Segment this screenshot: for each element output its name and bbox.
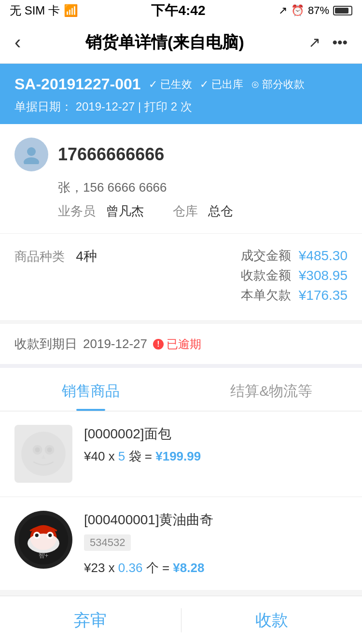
product-name-2: [000400001]黄油曲奇: [84, 511, 348, 529]
warehouse-label: 仓库: [173, 204, 198, 218]
order-date-row: 单据日期： 2019-12-27 | 打印 2 次: [14, 99, 348, 114]
customer-card: 17666666666 张，156 6666 6666 业务员 曾凡杰 仓库 总…: [0, 124, 362, 234]
received-value: ¥308.95: [299, 268, 348, 283]
customer-meta: 业务员 曾凡杰 仓库 总仓: [14, 203, 348, 220]
product-price-1: ¥40 x 5 袋 = ¥199.99: [84, 448, 348, 465]
customer-sub-info: 张，156 6666 6666: [14, 179, 348, 196]
table-row: 智+ [000400001]黄油曲奇 534532 ¥23 x 0.36 个 =…: [0, 497, 362, 590]
overdue-icon: !: [153, 339, 164, 350]
amount-value: ¥485.30: [299, 248, 348, 264]
svg-point-1: [24, 157, 39, 164]
location-icon: ↗: [278, 4, 287, 17]
product-price-2: ¥23 x 0.36 个 = ¥8.28: [84, 560, 348, 576]
svg-text:智+: 智+: [39, 552, 49, 559]
nav-actions: ↗ •••: [308, 34, 348, 51]
sales-label: 业务员: [58, 204, 96, 218]
svg-point-14: [48, 533, 52, 537]
customer-phone: 17666666666: [58, 144, 164, 165]
cancel-button[interactable]: 弃审: [0, 600, 181, 641]
received-label: 收款金额: [241, 267, 291, 284]
summary-card: 商品种类 4种 成交金额 ¥485.30 收款金额 ¥308.95 本单欠款 ¥…: [0, 234, 362, 324]
order-header: SA-20191227-001 ✓ 已生效 ✓ 已出库 ⊙ 部分收款 单据日期：…: [0, 64, 362, 124]
more-icon[interactable]: •••: [332, 34, 348, 51]
product-list: [0000002]面包 ¥40 x 5 袋 = ¥199.99: [0, 411, 362, 590]
product-sku-2: 534532: [84, 534, 131, 551]
debt-label: 本单欠款: [241, 287, 291, 304]
warehouse-value: 总仓: [208, 204, 233, 218]
product-qty-2: 0.36: [118, 560, 143, 575]
alarm-icon: ⏰: [291, 4, 304, 17]
product-multiply-2: x: [109, 560, 118, 575]
product-qty-1: 5: [118, 449, 125, 463]
wifi-icon: 📶: [64, 4, 78, 17]
status-right: ↗ ⏰ 87%: [278, 4, 352, 17]
due-date-label: 收款到期日: [14, 336, 77, 352]
carrier-label: 无 SIM 卡: [10, 3, 60, 18]
page-title: 销货单详情(来自电脑): [85, 31, 244, 54]
back-button[interactable]: ‹: [14, 31, 21, 53]
product-name-1: [0000002]面包: [84, 425, 348, 443]
product-multiply-1: x: [109, 449, 118, 463]
svg-point-0: [27, 147, 36, 156]
overdue-text: 已逾期: [167, 336, 201, 352]
bottom-bar: 弃审 收款: [0, 596, 362, 644]
confirm-button[interactable]: 收款: [181, 600, 362, 641]
product-unit-price-1: ¥40: [84, 449, 105, 463]
product-info-1: [0000002]面包 ¥40 x 5 袋 = ¥199.99: [84, 425, 348, 465]
order-date-label: 单据日期：: [14, 100, 72, 113]
product-unit-1: 袋: [129, 449, 141, 463]
debt-value: ¥176.35: [299, 288, 348, 303]
badge-dispatched: ✓ 已出库: [200, 77, 243, 92]
order-date-value: 2019-12-27: [76, 100, 135, 113]
product-unit-price-2: ¥23: [84, 560, 105, 575]
svg-point-6: [47, 448, 52, 452]
svg-point-5: [35, 448, 40, 452]
order-status-badges: ✓ 已生效 ✓ 已出库 ⊙ 部分收款: [149, 77, 305, 92]
avatar: [14, 138, 48, 171]
svg-point-2: [21, 432, 66, 476]
overdue-badge: ! 已逾期: [153, 336, 201, 352]
svg-point-13: [35, 533, 39, 537]
amount-label: 成交金额: [241, 247, 291, 264]
product-unit-2: 个: [146, 560, 159, 575]
status-left: 无 SIM 卡 📶: [10, 3, 78, 18]
nav-bar: ‹ 销货单详情(来自电脑) ↗ •••: [0, 21, 362, 64]
product-equals-2: =: [162, 560, 173, 575]
badge-partial-payment: ⊙ 部分收款: [251, 77, 305, 92]
tabs: 销售商品 结算&物流等: [0, 368, 362, 411]
status-bar: 无 SIM 卡 📶 下午4:42 ↗ ⏰ 87%: [0, 0, 362, 21]
svg-point-10: [28, 533, 59, 553]
category-value: 4种: [76, 249, 97, 264]
status-time: 下午4:42: [151, 1, 205, 20]
print-count: | 打印 2 次: [138, 100, 192, 113]
category-label: 商品种类: [14, 249, 65, 264]
sales-value: 曾凡杰: [106, 204, 144, 218]
share-icon[interactable]: ↗: [308, 34, 320, 51]
product-thumbnail-1: [14, 425, 72, 483]
badge-activated: ✓ 已生效: [149, 77, 192, 92]
battery-label: 87%: [308, 4, 329, 17]
product-info-2: [000400001]黄油曲奇 534532 ¥23 x 0.36 个 = ¥8…: [84, 511, 348, 576]
product-total-1: ¥199.99: [155, 449, 201, 463]
battery-icon: [333, 6, 352, 15]
product-equals-1: =: [145, 449, 155, 463]
order-id: SA-20191227-001: [14, 75, 141, 93]
due-date-row: 收款到期日 2019-12-27 ! 已逾期: [0, 324, 362, 368]
tab-settlement[interactable]: 结算&物流等: [181, 368, 362, 411]
tab-products[interactable]: 销售商品: [0, 368, 181, 411]
due-date-value: 2019-12-27: [83, 336, 147, 351]
product-total-2: ¥8.28: [173, 560, 204, 575]
product-thumbnail-2: 智+: [14, 511, 72, 569]
table-row: [0000002]面包 ¥40 x 5 袋 = ¥199.99: [0, 411, 362, 496]
